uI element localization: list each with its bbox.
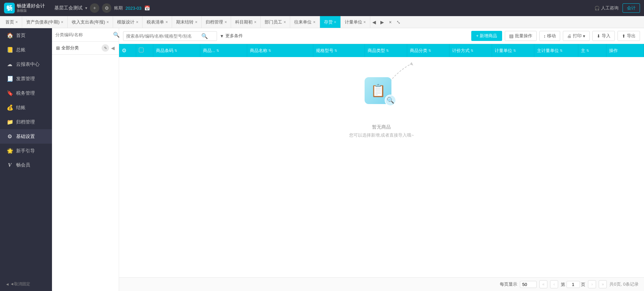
tab-contacts[interactable]: 往来单位 ×: [290, 16, 320, 28]
batch-operation-button[interactable]: ▤ 批量操作: [505, 31, 537, 41]
sidebar-item-archive[interactable]: 📁 归档管理: [0, 115, 52, 129]
category-search-input[interactable]: [55, 32, 112, 37]
sidebar-item-tax[interactable]: 🔖 税务管理: [0, 86, 52, 100]
sidebar-item-vip[interactable]: V 畅会员: [0, 158, 52, 172]
th-main-unit-label: 主计量单位: [537, 48, 559, 54]
first-page-btn[interactable]: «: [539, 280, 547, 288]
document-icon: 📋 🔍: [365, 77, 391, 104]
tab-label: 存货: [324, 19, 333, 25]
tab-expand-icon[interactable]: ⤡: [394, 18, 402, 26]
all-category-label[interactable]: ⊞ 全部分类: [56, 45, 79, 51]
tab-close-icon[interactable]: ×: [334, 20, 336, 25]
tab-close-icon[interactable]: ×: [15, 20, 18, 25]
last-page-btn[interactable]: »: [599, 280, 607, 288]
next-page-btn[interactable]: ›: [588, 280, 596, 288]
th-settings[interactable]: ⚙: [119, 44, 136, 57]
tax-icon: 🔖: [7, 90, 13, 96]
tab-close-icon[interactable]: ×: [364, 20, 366, 25]
tab-period-transfer[interactable]: 期末结转 ×: [172, 16, 202, 28]
tab-close-icon[interactable]: ×: [283, 20, 286, 25]
tab-label: 部门员工: [265, 19, 282, 25]
account-button[interactable]: 会计: [623, 3, 640, 13]
tab-close-icon[interactable]: ×: [224, 20, 227, 25]
gear-icon[interactable]: ⚙: [122, 48, 126, 53]
main-search-input[interactable]: [126, 34, 200, 39]
table-header-row: ⚙ 商品条码 ⇅: [119, 44, 644, 57]
category-panel: 🔍 ⊞ 全部分类 ✎ ◀: [52, 28, 119, 291]
sidebar-item-invoice[interactable]: 🧾 发票管理: [0, 71, 52, 86]
main-search-icon[interactable]: 🔍: [201, 33, 208, 39]
sidebar-item-basic-settings[interactable]: ⚙ 基础设置: [0, 129, 52, 144]
print-button[interactable]: 🖨 打印 ▾: [563, 31, 590, 41]
tab-close-icon[interactable]: ×: [313, 20, 315, 25]
tab-label: 往来单位: [294, 19, 312, 25]
category-search-icon[interactable]: 🔍: [113, 32, 120, 38]
add-tab-icon[interactable]: ＋: [90, 3, 99, 13]
logo-area: 畅 畅捷通好会计 旗舰版: [4, 3, 51, 13]
th-num[interactable]: 主 ⇅: [578, 44, 606, 57]
tab-inventory[interactable]: 存货 ×: [320, 16, 341, 28]
tab-prev-icon[interactable]: ◀: [370, 18, 378, 26]
th-price-method[interactable]: 计价方式 ⇅: [449, 44, 492, 57]
import-button[interactable]: ⬇ 导入: [592, 31, 615, 41]
th-main-unit[interactable]: 主计量单位 ⇅: [534, 44, 578, 57]
service-button[interactable]: 🎧 人工咨询: [594, 5, 619, 11]
category-collapse-btn[interactable]: ◀: [111, 45, 115, 51]
th-check[interactable]: [136, 44, 153, 57]
tab-income-annual[interactable]: 收入支出表(年报) ×: [68, 16, 113, 28]
tab-close-icon[interactable]: ×: [165, 20, 168, 25]
toolbar-right: + 新增商品 ▤ 批量操作 ↕ 移动 🖨 打印 ▾: [471, 31, 640, 41]
tab-close-icon[interactable]: ×: [106, 20, 109, 25]
archive-icon: 📁: [7, 119, 13, 125]
sidebar-collapse-btn[interactable]: ◄ ◄取消固定: [0, 277, 52, 291]
header-checkbox[interactable]: [139, 48, 144, 52]
tab-close-icon[interactable]: ×: [254, 20, 256, 25]
period-value[interactable]: 2023-03: [125, 6, 142, 11]
sidebar-item-closing[interactable]: 💰 结账: [0, 100, 52, 115]
batch-label: 批量操作: [515, 33, 532, 39]
export-button[interactable]: ⬆ 导出: [618, 31, 640, 41]
th-category[interactable]: 商品分类 ⇅: [407, 44, 449, 57]
closing-icon: 💰: [7, 104, 13, 111]
th-type[interactable]: 商品类型 ⇅: [365, 44, 407, 57]
sidebar-item-guide[interactable]: 🌟 新手引导: [0, 144, 52, 158]
th-action: 操作: [606, 44, 644, 57]
category-edit-btn[interactable]: ✎: [102, 44, 109, 52]
tab-close-all-icon[interactable]: ×: [386, 18, 394, 26]
page-size-select[interactable]: 50 20 100: [520, 281, 537, 288]
tab-balance-mid[interactable]: 资产负债表(中期) ×: [22, 16, 68, 28]
more-filter-btn[interactable]: ▼ 更多条件: [220, 33, 243, 39]
settings-icon[interactable]: ⚙: [102, 3, 111, 13]
th-code[interactable]: 商品... ⇅: [200, 44, 247, 57]
sidebar-item-cloud-report[interactable]: ☁ 云报表中心: [0, 57, 52, 71]
tab-close-icon[interactable]: ×: [136, 20, 138, 25]
th-barcode-label: 商品条码: [156, 48, 173, 54]
tab-tax-list[interactable]: 税表清单 ×: [143, 16, 172, 28]
tab-archive[interactable]: 归档管理 ×: [202, 16, 231, 28]
tab-subject-init[interactable]: 科目期初 ×: [231, 16, 261, 28]
sidebar-item-ledger[interactable]: 📒 总账: [0, 43, 52, 57]
move-button[interactable]: ↕ 移动: [539, 31, 560, 41]
th-barcode[interactable]: 商品条码 ⇅: [153, 44, 200, 57]
sidebar-item-homepage[interactable]: 🏠 首页: [0, 28, 52, 43]
prev-page-btn[interactable]: ‹: [550, 280, 558, 288]
add-product-button[interactable]: + 新增商品: [471, 31, 502, 41]
tab-homepage[interactable]: 首页 ×: [1, 16, 22, 28]
tab-close-icon[interactable]: ×: [61, 20, 63, 25]
sidebar-item-label: 新手引导: [16, 148, 35, 154]
tab-template[interactable]: 模版设计 ×: [113, 16, 143, 28]
tab-next-icon[interactable]: ▶: [378, 18, 386, 26]
workspace-dropdown-icon[interactable]: ▾: [85, 6, 87, 10]
sidebar-item-label: 总账: [16, 47, 25, 53]
tab-label: 计量单位: [345, 19, 362, 25]
th-name[interactable]: 商品名称 ⇅: [247, 44, 313, 57]
page-number-input[interactable]: [567, 281, 580, 288]
tab-department[interactable]: 部门员工 ×: [261, 16, 290, 28]
period-label: 账期: [114, 5, 123, 11]
calendar-icon[interactable]: 📅: [144, 5, 150, 11]
th-spec[interactable]: 规格型号 ⇅: [313, 44, 365, 57]
sidebar-item-label: 结账: [16, 105, 25, 111]
tab-unit[interactable]: 计量单位 ×: [341, 16, 370, 28]
tab-close-icon[interactable]: ×: [195, 20, 197, 25]
th-unit[interactable]: 计量单位 ⇅: [492, 44, 534, 57]
